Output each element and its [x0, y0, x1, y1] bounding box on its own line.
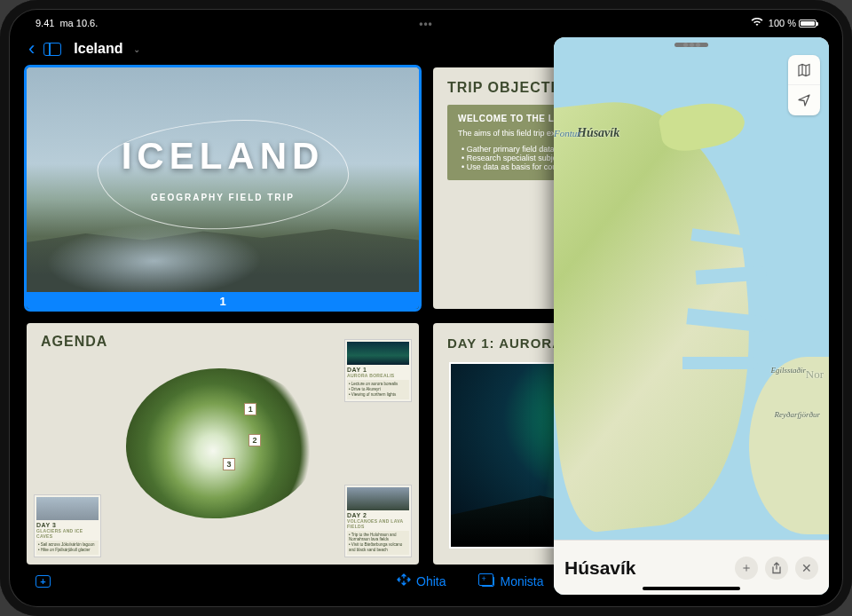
multitask-dots-icon[interactable]: •••: [419, 18, 433, 30]
add-slide-icon: [36, 575, 51, 588]
map-add-button[interactable]: ＋: [735, 557, 758, 580]
slide1-title: ICELAND: [27, 135, 419, 178]
slide-thumbnail-1[interactable]: ICELAND GEOGRAPHY FIELD TRIP 1: [27, 67, 419, 309]
status-bar: 9.41 ma 10.6. ••• 100 %: [11, 14, 841, 32]
duplicate-icon: [481, 576, 494, 587]
map-controls: [788, 55, 820, 115]
slideover-maps-panel[interactable]: Húsavík Fontur Egilsstaðir Reyðarfjörður…: [554, 37, 829, 595]
day-card-2: DAY 2 VOLCANOES AND LAVA FIELDS Trip to …: [344, 485, 412, 557]
slide-number: 1: [27, 292, 419, 309]
location-button[interactable]: [788, 85, 820, 115]
duplicate-button[interactable]: Monista: [481, 574, 543, 588]
map-label-fontur: Fontur: [554, 128, 804, 595]
day-card-3: DAY 3 GLACIERS AND ICE CAVES Sail across…: [34, 494, 101, 557]
slideover-grabber[interactable]: [674, 43, 708, 47]
map-share-button[interactable]: [765, 557, 788, 580]
slide-thumbnail-3[interactable]: AGENDA 1 2 3 DAY 1 AURORA BOREALIS Lectu…: [27, 323, 419, 565]
map-marker-2: 2: [248, 434, 261, 446]
map-label-reydarfjordur: Reyðarfjörður: [775, 410, 821, 419]
map-bottom-sheet[interactable]: Húsavík ＋ ✕: [554, 540, 829, 595]
map-label-egilsstadir: Egilsstaðir: [770, 366, 806, 375]
sidebar-toggle-icon[interactable]: [43, 43, 61, 56]
map-marker-3: 3: [223, 458, 235, 470]
slide1-subtitle: GEOGRAPHY FIELD TRIP: [27, 193, 419, 202]
status-time: 9.41: [36, 18, 54, 28]
day-card-1: DAY 1 AURORA BOREALIS Lecture on aurora …: [344, 339, 412, 402]
map-label-nor: Nor: [806, 367, 824, 382]
map-view[interactable]: Húsavík Fontur Egilsstaðir Reyðarfjörður…: [554, 37, 829, 595]
document-title[interactable]: Iceland: [74, 41, 122, 57]
map-close-button[interactable]: ✕: [795, 557, 818, 580]
battery-indicator: 100 %: [769, 18, 816, 28]
add-slide-button[interactable]: [36, 575, 51, 588]
ipad-frame: 9.41 ma 10.6. ••• 100 % ‹ Iceland ⌄: [0, 0, 852, 616]
wifi-icon: [751, 18, 763, 28]
iceland-map-graphic: [126, 368, 320, 517]
back-button[interactable]: ‹: [28, 37, 35, 60]
status-date: ma 10.6.: [59, 18, 98, 28]
map-mode-button[interactable]: [788, 55, 820, 85]
chevron-down-icon[interactable]: ⌄: [133, 44, 140, 54]
map-marker-1: 1: [244, 403, 256, 415]
home-indicator[interactable]: [643, 587, 740, 590]
map-place-title: Húsavík: [564, 557, 636, 579]
skip-button[interactable]: Ohita: [397, 573, 446, 589]
screen: 9.41 ma 10.6. ••• 100 % ‹ Iceland ⌄: [11, 11, 841, 605]
skip-icon: [397, 573, 411, 589]
